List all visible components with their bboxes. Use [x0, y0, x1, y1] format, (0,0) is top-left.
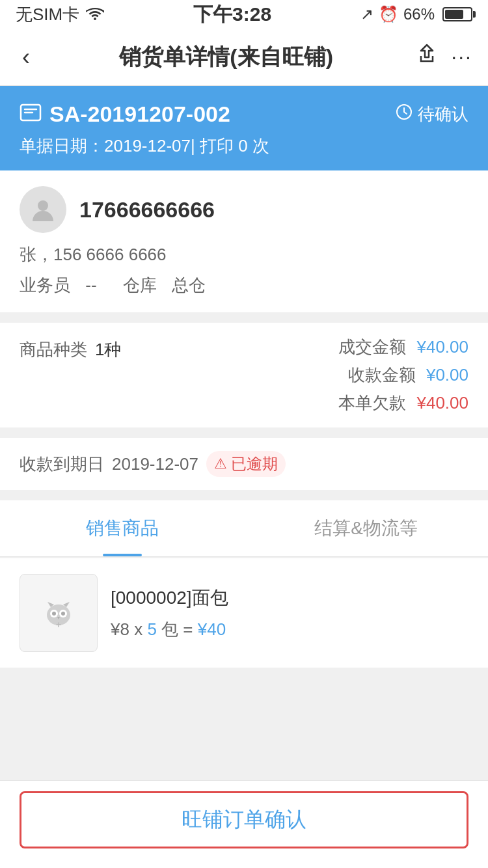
status-bar: 无SIM卡 下午3:28 ↗ ⏰ 66% [0, 0, 488, 29]
more-icon[interactable]: ··· [451, 45, 472, 69]
order-icon [20, 102, 42, 127]
alarm-icon: ⏰ [379, 5, 398, 23]
product-item: + [0000002]面包 ¥8 x 5 包 = ¥40 [0, 558, 488, 668]
product-list: + [0000002]面包 ¥8 x 5 包 = ¥40 [0, 558, 488, 668]
overdue-badge: ⚠ 已逾期 [206, 451, 286, 477]
nav-actions: ··· [416, 43, 472, 71]
bottom-spacer [0, 668, 488, 798]
location-icon: ↗ [360, 5, 373, 23]
product-image: + [20, 574, 98, 652]
page-title: 销货单详情(来自旺铺) [119, 42, 333, 72]
order-date: 单据日期：2019-12-07| 打印 0 次 [20, 135, 468, 157]
carrier-label: 无SIM卡 [16, 3, 79, 26]
order-header: SA-20191207-002 待确认 单据日期：2019-12-07| 打印 … [0, 86, 488, 170]
nav-bar: ‹ 销货单详情(来自旺铺) ··· [0, 29, 488, 86]
order-number: SA-20191207-002 [20, 102, 230, 127]
order-status: 待确认 [396, 103, 468, 126]
overdue-icon: ⚠ [214, 455, 227, 472]
product-type: 商品种类 1种 [20, 336, 121, 361]
avatar [20, 186, 66, 233]
warehouse-field: 仓库 总仓 [123, 274, 206, 297]
battery-percent: 66% [403, 5, 435, 23]
status-time: 下午3:28 [193, 1, 271, 28]
amount-row: 成交金额 ¥40.00 [338, 336, 468, 359]
confirm-order-button[interactable]: 旺铺订单确认 [20, 791, 468, 848]
bottom-bar: 旺铺订单确认 [0, 780, 488, 868]
status-left: 无SIM卡 [16, 3, 104, 26]
svg-point-2 [38, 200, 48, 211]
amounts: 成交金额 ¥40.00 收款金额 ¥0.00 本单欠款 ¥40.00 [338, 336, 468, 414]
due-date-value: 2019-12-07 [112, 454, 198, 474]
wifi-icon [86, 5, 104, 25]
owed-row: 本单欠款 ¥40.00 [338, 392, 468, 414]
tab-settlement[interactable]: 结算&物流等 [244, 500, 488, 556]
tabs-container: 销售商品 结算&物流等 [0, 500, 488, 557]
svg-point-9 [61, 612, 65, 616]
product-info: [0000002]面包 ¥8 x 5 包 = ¥40 [111, 586, 468, 641]
summary-card: 商品种类 1种 成交金额 ¥40.00 收款金额 ¥0.00 本单欠款 ¥40.… [0, 323, 488, 427]
product-name: [0000002]面包 [111, 586, 468, 610]
received-row: 收款金额 ¥0.00 [348, 364, 468, 387]
customer-phone: 17666666666 [79, 197, 215, 223]
battery-icon [442, 7, 472, 21]
share-icon[interactable] [416, 43, 438, 71]
due-date-label: 收款到期日 [20, 453, 104, 476]
customer-name: 张，156 6666 6666 [20, 243, 468, 266]
customer-card: 17666666666 张，156 6666 6666 业务员 -- 仓库 总仓 [0, 170, 488, 312]
tab-products[interactable]: 销售商品 [0, 500, 244, 556]
back-button[interactable]: ‹ [16, 37, 36, 77]
staff-field: 业务员 -- [20, 274, 97, 297]
clock-icon [396, 103, 413, 125]
svg-text:+: + [56, 619, 61, 629]
svg-point-8 [52, 612, 56, 616]
status-right: ↗ ⏰ 66% [360, 5, 472, 23]
customer-meta: 业务员 -- 仓库 总仓 [20, 274, 468, 297]
product-price: ¥8 x 5 包 = ¥40 [111, 618, 468, 641]
due-date-card: 收款到期日 2019-12-07 ⚠ 已逾期 [0, 438, 488, 490]
